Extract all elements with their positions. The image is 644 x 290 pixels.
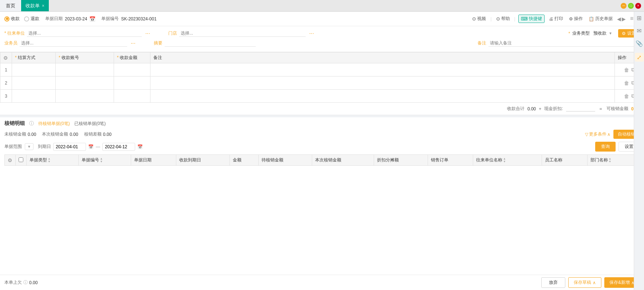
- sidebar-expand-icon[interactable]: ⤢: [635, 53, 644, 62]
- form-section: * 往来单位 ··· 门店 ··· * 业务类型 预收款 ▼ ⚙: [0, 26, 644, 52]
- sidebar-table-icon[interactable]: ⊞: [637, 15, 641, 21]
- chevron-up-icon: ∧: [607, 132, 610, 137]
- tab-home[interactable]: 首页: [0, 0, 21, 11]
- col-current-2-header: 本次核销金额: [312, 155, 374, 166]
- net-label: 可核销金额: [606, 106, 628, 112]
- video-button[interactable]: ⊙ 视频: [471, 15, 487, 23]
- gear-settings-icon[interactable]: ⚙: [3, 55, 8, 61]
- col-account-header: * 收款账号: [56, 52, 114, 63]
- shortcut-button[interactable]: ⌨ 快捷键: [518, 15, 545, 23]
- print-button[interactable]: 🖨 打印: [547, 15, 565, 23]
- row-2-amount[interactable]: [114, 77, 150, 90]
- sidebar-attachment-icon[interactable]: 📎: [636, 40, 643, 47]
- current-stat: 本次核销金额 0.00: [42, 131, 78, 137]
- filter-icon: ▽: [585, 132, 588, 137]
- partner-sort-arrows[interactable]: ▲ ▼: [503, 157, 506, 163]
- calendar-to-icon[interactable]: 📅: [137, 144, 143, 149]
- maximize-button[interactable]: □: [628, 3, 634, 9]
- form-row-1: * 往来单位 ··· 门店 ··· * 业务类型 预收款 ▼ ⚙: [4, 29, 640, 38]
- summary-input[interactable]: [165, 40, 256, 47]
- radio-receipt-label: 收款: [11, 16, 20, 22]
- operation-button[interactable]: ⚙ 操作: [568, 15, 584, 23]
- row-2-account[interactable]: [56, 77, 114, 90]
- bottom-info-icon[interactable]: ⓘ: [23, 279, 28, 286]
- row-3-amount[interactable]: [114, 90, 150, 103]
- dept-sort-arrows[interactable]: ▲ ▼: [609, 157, 612, 163]
- more-conditions-button[interactable]: ▽ 更多条件 ∧: [585, 131, 610, 137]
- diff-stat: 核销差额 0.00: [84, 131, 111, 137]
- required-star: *: [4, 31, 6, 36]
- radio-refund[interactable]: 退款: [24, 16, 39, 22]
- range-dropdown[interactable]: ▼: [25, 143, 34, 150]
- row-1-settlement[interactable]: [12, 63, 56, 77]
- contact-input[interactable]: [27, 30, 142, 37]
- contact-field: * 往来单位 ···: [4, 30, 150, 37]
- radio-receipt[interactable]: 收款: [4, 16, 20, 22]
- row-2-delete-icon[interactable]: 🗑: [624, 80, 629, 86]
- date-label: 单据日期: [45, 16, 63, 22]
- table-row: 1 🗑 ⧉: [0, 63, 644, 77]
- row-num-3: 3: [0, 90, 12, 103]
- nav-prev-icon[interactable]: ◀: [617, 16, 621, 22]
- nav-next-icon[interactable]: ▶: [622, 16, 626, 22]
- date-to-input[interactable]: [102, 143, 135, 151]
- list-view-icon[interactable]: ≡: [630, 15, 633, 22]
- row-num-1: 1: [0, 63, 12, 77]
- gear-settings-2-icon[interactable]: ⚙: [8, 157, 12, 163]
- calendar-icon[interactable]: 📅: [89, 16, 95, 22]
- help-button[interactable]: ⊙ 帮助: [495, 15, 511, 23]
- pending-tab[interactable]: 待核销单据(0笔): [38, 121, 70, 127]
- select-all-checkbox[interactable]: [19, 157, 23, 162]
- store-input[interactable]: [179, 30, 306, 37]
- biz-type-dropdown-icon[interactable]: ▼: [609, 31, 612, 35]
- row-2-remark[interactable]: [150, 77, 615, 90]
- contact-label: * 往来单位: [4, 30, 25, 36]
- summary-label: 摘要: [154, 40, 162, 46]
- done-tab[interactable]: 已核销单据(0笔): [74, 121, 106, 127]
- verify-info-icon[interactable]: ⓘ: [29, 120, 34, 127]
- row-1-account[interactable]: [56, 63, 114, 77]
- calendar-from-icon[interactable]: 📅: [88, 144, 94, 149]
- radio-refund-label: 退款: [31, 16, 39, 22]
- date-value: 2023-03-24: [65, 16, 87, 21]
- row-1-delete-icon[interactable]: 🗑: [624, 67, 629, 73]
- settings-gear-icon: ⚙: [622, 31, 626, 36]
- type-sort-arrows[interactable]: ▲ ▼: [48, 157, 51, 163]
- save-draft-button[interactable]: 保存草稿 ∧: [568, 277, 601, 288]
- date-from-input[interactable]: [53, 143, 86, 151]
- row-1-amount[interactable]: [114, 63, 150, 77]
- row-1-remark[interactable]: [150, 63, 615, 77]
- tab-close-icon[interactable]: ×: [42, 3, 44, 8]
- row-2-settlement[interactable]: [12, 77, 56, 90]
- current-label: 本次核销金额: [42, 131, 68, 137]
- query-button[interactable]: 查询: [595, 142, 616, 152]
- store-more-icon[interactable]: ···: [309, 30, 314, 37]
- remark-input[interactable]: [488, 40, 640, 47]
- sidebar-mail-icon[interactable]: ✉: [637, 27, 641, 34]
- history-button[interactable]: 📋 历史单据: [587, 15, 614, 23]
- table-header: ⚙ * 结算方式 * 收款账号 * 收款金额 备注 操作: [0, 52, 644, 63]
- bottom-bar: 本单上欠 ⓘ 0.00 放弃 保存草稿 ∧ 保存&新增 ∧: [0, 275, 644, 290]
- abandon-button[interactable]: 放弃: [541, 277, 565, 288]
- shortcut-icon: ⌨: [521, 16, 528, 21]
- biz-type-field: * 业务类型 预收款 ▼: [568, 30, 612, 36]
- number-sort-arrows[interactable]: ▲ ▼: [100, 157, 103, 163]
- row-3-delete-icon[interactable]: 🗑: [624, 93, 629, 99]
- row-3-account[interactable]: [56, 90, 114, 103]
- minimize-button[interactable]: ─: [621, 3, 627, 9]
- col-settings-header[interactable]: ⚙: [0, 52, 12, 63]
- row-3-remark[interactable]: [150, 90, 615, 103]
- staff-input[interactable]: [20, 40, 127, 47]
- verify-section: 核销明细 ⓘ 待核销单据(0笔) 已核销单据(0笔) 未核销金额 0.00 本次…: [0, 117, 644, 169]
- col-settings-2-header[interactable]: ⚙: [5, 155, 16, 166]
- col-checkbox-header[interactable]: [16, 155, 27, 166]
- col-dept-header: 部门名称 ▲ ▼: [587, 155, 639, 166]
- staff-more-icon[interactable]: ···: [131, 40, 136, 47]
- discount-input[interactable]: [566, 106, 595, 111]
- biz-type-value: 预收款: [593, 30, 606, 36]
- tab-active[interactable]: 收款单 ×: [21, 0, 49, 11]
- row-3-settlement[interactable]: [12, 90, 56, 103]
- contact-more-icon[interactable]: ···: [145, 30, 150, 37]
- summary-row: 收款合计 0.00 + 现金折扣: = 可核销金额 0.00: [0, 103, 644, 115]
- close-button[interactable]: ×: [635, 3, 641, 9]
